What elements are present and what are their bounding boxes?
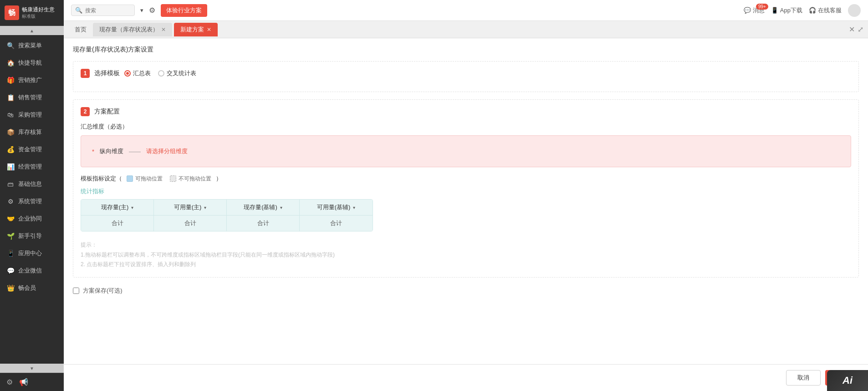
tab-inventory[interactable]: 现存量（库存状况表） ✕ [93,23,172,36]
stats-col-1: 可用量(主) ▾ 合计 [154,200,227,231]
stats-col-header-3[interactable]: 可用量(基辅) ▾ [300,200,373,216]
customer-service-label: 在线客服 [818,6,842,15]
sidebar-item-label: 经营管理 [18,163,42,171]
radio-cross-table[interactable]: 交叉统计表 [158,69,196,77]
sidebar-item-newcomer[interactable]: 🌱 新手引导 [0,227,64,245]
enterprise-icon: 🤝 [6,215,15,223]
basic-icon: 🗃 [6,180,15,188]
sidebar-item-member[interactable]: 👑 畅会员 [0,279,64,297]
tab-new-label: 新建方案 [180,26,204,34]
sidebar-item-inventory[interactable]: 📦 库存核算 [0,123,64,141]
search-input[interactable] [85,7,131,14]
tabbar: 首页 现存量（库存状况表） ✕ 新建方案 ✕ ✕ ⤢ [64,21,868,38]
stats-col-body-3: 合计 [300,216,373,231]
radio-cross-label: 交叉统计表 [167,69,196,77]
sidebar-footer: ⚙ 📢 [0,373,64,391]
section1-title: 选择模板 [94,69,120,77]
stats-col-0: 现存量(主) ▾ 合计 [81,200,154,231]
sidebar-item-system[interactable]: ⚙ 系统管理 [0,193,64,210]
gear-icon[interactable]: ⚙ [149,6,155,15]
topbar: 🔍 ▾ ⚙ 体验行业方案 💬 消息 99+ 📱 App下载 🎧 在线客服 [64,0,868,21]
search-icon: 🔍 [6,41,15,50]
chevron-down-icon: ▾ [140,7,143,14]
sidebar-item-wechat[interactable]: 💬 企业微信 [0,262,64,279]
dim-area: * 纵向维度 —— 请选择分组维度 [81,135,851,167]
tips-item-0: 1.拖动标题栏可以调整布局，不可跨维度或指标区域拖动栏目字段(只能在同一维度或指… [81,250,851,260]
sidebar-item-appstore[interactable]: 📱 应用中心 [0,245,64,262]
notification-button[interactable]: 💬 消息 99+ [744,6,765,15]
topbar-dropdown[interactable]: ▾ [140,7,143,14]
stats-col-2: 现存量(基辅) ▾ 合计 [227,200,300,231]
tab-home[interactable]: 首页 [68,23,93,36]
sidebar-item-management[interactable]: 📊 经营管理 [0,158,64,175]
tab-new-scheme[interactable]: 新建方案 ✕ [174,23,218,36]
non-draggable-box [170,175,176,182]
download-icon: 📱 [771,7,778,14]
sidebar-item-label: 快捷导航 [18,59,42,67]
stats-section-label: 统计指标 [81,187,851,196]
stats-col-header-0[interactable]: 现存量(主) ▾ [81,200,153,216]
indicator-label-text: 模板指标设定（ [81,175,122,183]
sidebar-item-finance[interactable]: 💰 资金管理 [0,141,64,158]
radio-summary-table[interactable]: 汇总表 [124,69,151,77]
sidebar-item-basic[interactable]: 🗃 基础信息 [0,175,64,193]
section2-num: 2 [81,107,90,116]
col-chevron-3: ▾ [353,205,355,210]
finance-icon: 💰 [6,145,15,154]
col-header-label-1: 可用量(主) [174,203,202,211]
section-template: 1 选择模板 汇总表 交叉统计表 [73,61,859,92]
legend-non-draggable: 不可拖动位置 [170,175,211,183]
topbar-search-box[interactable]: 🔍 [71,5,135,16]
customer-service-button[interactable]: 🎧 在线客服 [809,6,842,15]
cancel-button[interactable]: 取消 [786,370,821,386]
stats-col-header-1[interactable]: 可用量(主) ▾ [154,200,226,216]
section1-num: 1 [81,69,90,78]
legend-draggable: 可拖动位置 [127,175,163,183]
sidebar-item-sales[interactable]: 📋 销售管理 [0,89,64,106]
app-download-button[interactable]: 📱 App下载 [771,6,802,15]
sidebar-item-purchase[interactable]: 🛍 采购管理 [0,106,64,123]
sidebar-item-quick-nav[interactable]: 🏠 快捷导航 [0,54,64,72]
sidebar-item-enterprise[interactable]: 🤝 企业协同 [0,210,64,227]
logo-icon: 畅 [5,5,19,20]
system-icon: ⚙ [6,197,15,206]
app-version: 标准版 [22,13,55,20]
sidebar-item-label: 应用中心 [18,249,42,257]
col-chevron-2: ▾ [280,205,282,210]
sales-icon: 📋 [6,93,15,102]
settings-icon[interactable]: ⚙ [6,378,13,386]
home-icon: 🏠 [6,59,15,67]
sidebar-item-label: 企业协同 [18,215,42,223]
content-area: 现存量(库存状况表)方案设置 1 选择模板 汇总表 交叉统计表 [64,38,868,364]
col-header-label-2: 现存量(基辅) [244,203,277,211]
purchase-icon: 🛍 [6,111,15,119]
save-checkbox[interactable] [73,288,79,294]
app-name: 畅康通好生意 [22,6,55,14]
speaker-icon[interactable]: 📢 [19,378,28,386]
ai-float-button[interactable]: Ai [827,370,868,391]
window-close-button[interactable]: ✕ [849,25,855,34]
stats-col-body-2: 合计 [227,216,299,231]
avatar [848,4,861,17]
sidebar-item-search[interactable]: 🔍 搜索菜单 [0,37,64,54]
window-maximize-button[interactable]: ⤢ [858,25,863,34]
tips-item-1: 2. 点击标题栏下拉可设置排序、插入列和删除列 [81,260,851,270]
template-radio-group: 汇总表 交叉统计表 [124,69,196,77]
trial-button[interactable]: 体验行业方案 [161,4,207,17]
tab-new-close[interactable]: ✕ [207,26,211,33]
col-chevron-1: ▾ [204,205,206,210]
sidebar-item-label: 基础信息 [18,180,42,188]
tab-inventory-close[interactable]: ✕ [161,26,166,33]
tab-inventory-label: 现存量（库存状况表） [99,26,158,34]
sidebar-item-marketing[interactable]: 🎁 营销推广 [0,72,64,89]
stats-col-body-1: 合计 [154,216,226,231]
notification-badge: 99+ [756,4,768,10]
user-avatar-button[interactable] [848,4,861,17]
inventory-icon: 📦 [6,128,15,136]
scroll-down-button[interactable]: ▼ [0,364,64,373]
dim-required: * [92,148,94,155]
appstore-icon: 📱 [6,249,15,257]
stats-col-header-2[interactable]: 现存量(基辅) ▾ [227,200,299,216]
scroll-up-button[interactable]: ▲ [0,26,64,35]
legend-draggable-label: 可拖动位置 [135,175,163,183]
